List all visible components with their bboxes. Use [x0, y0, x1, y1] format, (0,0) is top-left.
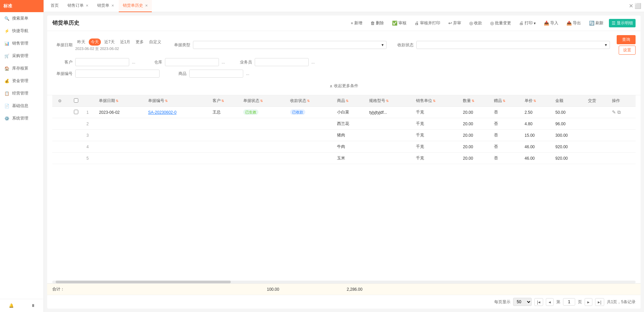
th-doc-status[interactable]: 单据状态⇅: [241, 95, 288, 107]
row-action: [610, 118, 636, 130]
row-doc-no: [146, 153, 211, 164]
th-spec[interactable]: 规格型号⇅: [367, 95, 414, 107]
th-payment-status[interactable]: 收款状态⇅: [288, 95, 335, 107]
doc-no-link[interactable]: SA-20230602-0: [148, 110, 176, 115]
sidebar-item-inventory[interactable]: 🏠 库存核算: [0, 62, 44, 75]
sidebar-item-operations[interactable]: 📋 经营管理: [0, 87, 44, 100]
print-button[interactable]: 🖨 打印 ▾: [516, 19, 538, 27]
copy-icon[interactable]: ⧉: [617, 109, 621, 115]
row-price: 46.00: [523, 141, 553, 153]
th-goods-label: 商品: [337, 98, 345, 103]
filter-customer-item: 客户 ...: [52, 58, 135, 66]
tab-sales-goods[interactable]: 销货单 ✕: [93, 0, 118, 12]
th-customer[interactable]: 客户⇅: [211, 95, 241, 107]
sidebar-item-label: 资金管理: [12, 78, 28, 84]
filter-payment-status-select[interactable]: ▾: [416, 41, 610, 49]
row-num: 3: [84, 130, 97, 141]
first-page-btn[interactable]: |◂: [534, 298, 543, 306]
purchase-mgmt-icon: 🛒: [4, 53, 9, 59]
row-checkbox-cell: [68, 130, 85, 141]
pause-icon[interactable]: ⏸: [31, 303, 35, 308]
sidebar-item-search-menu[interactable]: 🔍 搜索菜单: [0, 12, 44, 25]
page-inner: 销货单历史 + 新增 🗑 删除 ✅ 审核 🖨: [47, 16, 641, 309]
date-tag-custom[interactable]: 自定义: [147, 38, 163, 46]
row-checkbox[interactable]: [74, 110, 78, 114]
last-page-btn[interactable]: ▸|: [595, 298, 604, 306]
date-tag-week[interactable]: 近7天: [102, 38, 117, 46]
setting-button[interactable]: 设置: [619, 46, 636, 55]
th-doc-date[interactable]: 单据日期⇅: [97, 95, 146, 107]
date-tag-more[interactable]: 更多: [134, 38, 146, 46]
filter-customer-input[interactable]: [75, 58, 129, 66]
sidebar-item-finance[interactable]: 💰 资金管理: [0, 75, 44, 87]
select-all-checkbox[interactable]: [74, 98, 78, 103]
tab-sales-goods-close[interactable]: ✕: [111, 4, 114, 7]
date-tag-today[interactable]: 今天: [89, 38, 101, 46]
row-settings-cell: [52, 153, 68, 164]
tab-sales-order[interactable]: 销售订单 ✕: [63, 0, 92, 12]
filter-staff-input[interactable]: [255, 58, 309, 66]
query-button[interactable]: 查询: [617, 35, 636, 44]
import-icon: 📥: [544, 21, 549, 26]
audit-print-button[interactable]: 🖨 审核并打印: [412, 19, 443, 27]
refresh-button[interactable]: 🔄 刷新: [586, 19, 606, 27]
inventory-icon: 🏠: [4, 66, 9, 71]
th-unit[interactable]: 销售单位⇅: [414, 95, 461, 107]
sidebar-item-basic-info[interactable]: 📄 基础信息: [0, 100, 44, 112]
edit-icon[interactable]: ✎: [612, 109, 616, 115]
th-goods[interactable]: 商品⇅: [335, 95, 367, 107]
delete-button[interactable]: 🗑 删除: [368, 19, 387, 27]
notification-icon[interactable]: 🔔: [9, 303, 14, 308]
next-page-btn[interactable]: ▸: [585, 298, 592, 306]
prev-page-btn[interactable]: ◂: [546, 298, 554, 306]
row-doc-no: [146, 118, 211, 130]
horizontal-scrollbar[interactable]: [52, 281, 636, 283]
export-button[interactable]: 📤 导出: [564, 19, 584, 27]
filter-goods-dots[interactable]: ...: [246, 71, 249, 76]
abandon-icon: ↩: [448, 21, 452, 26]
sidebar-item-sales-mgmt[interactable]: 📊 销售管理: [0, 37, 44, 50]
filter-staff-dots[interactable]: ...: [311, 60, 315, 64]
add-button[interactable]: + 新增: [348, 19, 365, 27]
tab-sales-history-close[interactable]: ✕: [145, 4, 148, 7]
per-page-select[interactable]: 50 10 20 100: [513, 298, 532, 306]
tab-sales-history-label: 销货单历史: [123, 3, 143, 8]
tab-sales-history[interactable]: 销货单历史 ✕: [119, 0, 152, 12]
batch-change-button[interactable]: ◎ 批量变更: [487, 19, 514, 27]
import-button[interactable]: 📥 导入: [541, 19, 561, 27]
page-number-input[interactable]: [563, 298, 575, 306]
th-qty-label: 数量: [463, 98, 471, 103]
tab-bar-close-btn[interactable]: ✕: [629, 3, 633, 9]
th-row-num: [84, 95, 97, 107]
th-settings[interactable]: ⚙: [52, 95, 68, 107]
export-label: 导出: [573, 20, 581, 26]
tab-home[interactable]: 首页: [47, 0, 63, 12]
row-doc-date: [97, 130, 146, 141]
receive-button[interactable]: ◎ 收款: [467, 19, 485, 27]
abandon-button[interactable]: ↩ 弃审: [446, 19, 464, 27]
audit-button[interactable]: ✅ 审核: [389, 19, 409, 27]
sidebar-item-purchase-mgmt[interactable]: 🛒 采购管理: [0, 50, 44, 62]
show-detail-button[interactable]: ☰ 显示明细: [609, 19, 636, 27]
filter-customer-dots[interactable]: ...: [132, 60, 135, 64]
filter-warehouse-input[interactable]: [165, 58, 219, 66]
th-gift[interactable]: 赠品⇅: [492, 95, 523, 107]
th-qty[interactable]: 数量⇅: [461, 95, 492, 107]
th-price[interactable]: 单价⇅: [523, 95, 553, 107]
date-tag-yesterday[interactable]: 昨天: [75, 38, 87, 46]
query-setting-group: 查询 设置: [617, 35, 636, 55]
row-checkbox-cell: [68, 153, 85, 164]
date-tag-month[interactable]: 近1月: [118, 38, 133, 46]
filter-warehouse-dots[interactable]: ...: [222, 60, 225, 64]
sidebar-item-quick-nav[interactable]: ⚡ 快捷导航: [0, 25, 44, 37]
filter-row-2: 客户 ... 仓库 ... 业务员 ...: [52, 58, 636, 66]
row-gift: 否: [492, 118, 523, 130]
sidebar-item-system-mgmt[interactable]: ⚙️ 系统管理: [0, 112, 44, 125]
collapse-button[interactable]: ∧ 收起更多条件: [52, 81, 636, 91]
th-doc-no[interactable]: 单据编号⇅: [146, 95, 211, 107]
tab-bar-minimize-btn[interactable]: ⬜: [635, 3, 641, 9]
filter-doc-type-select[interactable]: ▾: [193, 41, 387, 49]
filter-goods-input[interactable]: [189, 70, 243, 78]
filter-doc-no-input[interactable]: [75, 70, 160, 78]
tab-sales-order-close[interactable]: ✕: [86, 4, 88, 7]
